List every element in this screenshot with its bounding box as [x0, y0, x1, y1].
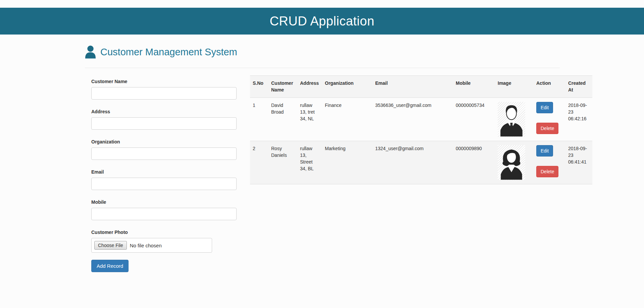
col-header-email: Email [373, 76, 453, 98]
cell-image [495, 98, 534, 141]
cell-action: Edit Delete [534, 141, 565, 184]
main-content: Customer Management System Customer Name… [85, 45, 592, 272]
address-group: Address [91, 109, 237, 130]
col-header-created-at: Created At [565, 76, 592, 98]
heading-divider [85, 68, 560, 68]
customer-photo-group: Customer Photo Choose File No file chose… [91, 230, 237, 253]
organization-group: Organization [91, 139, 237, 160]
cell-organization: Finance [322, 98, 373, 141]
cell-mobile: 00000005734 [453, 98, 495, 141]
email-input[interactable] [91, 178, 237, 190]
app-header: CRUD Application [0, 8, 644, 35]
choose-file-button[interactable]: Choose File [94, 241, 127, 250]
col-header-customer-name: Customer Name [268, 76, 297, 98]
cell-mobile: 0000009890 [453, 141, 495, 184]
mobile-input[interactable] [91, 208, 237, 220]
customer-form: Customer Name Address Organization Email… [91, 75, 237, 272]
customer-photo-input[interactable]: Choose File No file chosen [91, 238, 212, 253]
delete-button[interactable]: Delete [536, 123, 558, 134]
customer-name-group: Customer Name [91, 79, 237, 100]
delete-button[interactable]: Delete [536, 166, 558, 177]
customers-table: S.No Customer Name Address Organization … [250, 75, 592, 184]
col-header-organization: Organization [322, 76, 373, 98]
organization-input[interactable] [91, 147, 237, 160]
edit-button[interactable]: Edit [536, 145, 553, 157]
col-header-mobile: Mobile [453, 76, 495, 98]
table-row: 1 David Broad rullaw 13, tret 34, NL Fin… [250, 98, 592, 141]
app-title: CRUD Application [269, 14, 374, 28]
male-avatar-icon [498, 102, 525, 137]
cell-email: 3536636_user@gmail.com [373, 98, 453, 141]
col-header-sno: S.No [250, 76, 268, 98]
table-header-row: S.No Customer Name Address Organization … [250, 76, 592, 98]
cell-customer-name: Rosy Daniels [268, 141, 297, 184]
address-label: Address [91, 109, 237, 114]
customer-name-label: Customer Name [91, 79, 237, 84]
file-status-text: No file chosen [130, 243, 162, 248]
mobile-label: Mobile [91, 199, 237, 205]
email-label: Email [91, 169, 237, 175]
page-title: Customer Management System [100, 45, 237, 59]
cell-address: rullaw 13, Street 34, BL [297, 141, 322, 184]
cell-created-at: 2018-09-23 06:42:16 [565, 98, 592, 141]
cell-address: rullaw 13, tret 34, NL [297, 98, 322, 141]
edit-button[interactable]: Edit [536, 102, 553, 113]
table-row: 2 Rosy Daniels rullaw 13, Street 34, BL … [250, 141, 592, 184]
cell-created-at: 2018-09-23 06:41:41 [565, 141, 592, 184]
cell-image [495, 141, 534, 184]
user-icon [85, 45, 96, 59]
customer-photo-label: Customer Photo [91, 230, 237, 235]
col-header-address: Address [297, 76, 322, 98]
col-header-image: Image [495, 76, 534, 98]
cell-action: Edit Delete [534, 98, 565, 141]
mobile-group: Mobile [91, 199, 237, 220]
cell-organization: Marketing [322, 141, 373, 184]
cell-email: 1324_user@gmail.com [373, 141, 453, 184]
cell-sno: 2 [250, 141, 268, 184]
female-avatar-icon [498, 145, 525, 180]
customer-name-input[interactable] [91, 87, 237, 100]
cell-sno: 1 [250, 98, 268, 141]
customers-table-wrapper: S.No Customer Name Address Organization … [250, 75, 592, 272]
email-group: Email [91, 169, 237, 190]
add-record-button[interactable]: Add Record [91, 260, 129, 272]
address-input[interactable] [91, 117, 237, 130]
organization-label: Organization [91, 139, 237, 144]
cell-customer-name: David Broad [268, 98, 297, 141]
col-header-action: Action [534, 76, 565, 98]
page-heading: Customer Management System [85, 45, 592, 59]
